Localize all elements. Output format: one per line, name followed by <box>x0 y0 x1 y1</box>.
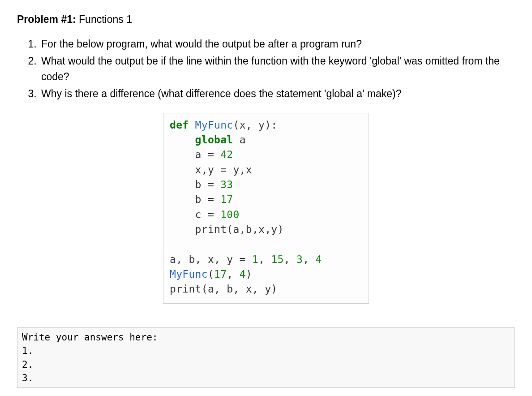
answers-box[interactable]: Write your answers here: 1. 2. 3. <box>17 327 515 388</box>
code-text: a, b, x, y = <box>170 254 252 265</box>
code-text: print(a,b,x,y) <box>195 224 284 235</box>
indent <box>170 194 195 205</box>
indent <box>170 209 195 220</box>
code-text: a = <box>195 149 221 160</box>
num-literal: 1 <box>252 254 258 265</box>
code-text: c = <box>195 209 221 220</box>
answer-line: 1. <box>22 345 33 356</box>
num-literal: 3 <box>296 254 303 265</box>
answer-line: 3. <box>22 373 33 383</box>
num-literal: 33 <box>220 179 233 190</box>
code-text: ) <box>246 268 252 280</box>
code-text: b = <box>195 194 221 205</box>
section-divider <box>0 320 532 320</box>
num-literal: 15 <box>271 254 283 265</box>
indent <box>170 134 195 146</box>
code-block: def MyFunc(x, y): global a a = 42 x,y = … <box>163 113 369 304</box>
problem-number: Problem #1: <box>17 13 76 25</box>
answers-heading: Write your answers here: <box>22 332 158 343</box>
code-text: print(a, b, x, y) <box>170 283 278 295</box>
num-literal: 100 <box>220 209 239 220</box>
function-name: MyFunc <box>189 119 233 131</box>
problem-title: Functions 1 <box>76 13 132 25</box>
question-item: For the below program, what would the ou… <box>39 36 515 52</box>
code-text: ( <box>208 268 214 280</box>
num-literal: 4 <box>315 254 322 265</box>
code-text: , <box>227 268 239 280</box>
indent <box>170 164 195 176</box>
question-item: What would the output be if the line wit… <box>39 53 515 85</box>
function-call: MyFunc <box>170 268 208 280</box>
problem-heading: Problem #1: Functions 1 <box>17 13 515 26</box>
num-literal: 42 <box>220 149 233 160</box>
code-text: x,y = y,x <box>195 164 252 176</box>
num-literal: 4 <box>240 268 246 280</box>
indent <box>170 149 195 160</box>
num-literal: 17 <box>220 194 233 205</box>
indent <box>170 224 195 235</box>
num-literal: 17 <box>214 268 227 280</box>
code-text: b = <box>195 179 221 190</box>
question-item: Why is there a difference (what differen… <box>39 86 515 102</box>
code-text: a <box>233 134 245 146</box>
answer-line: 2. <box>22 359 33 370</box>
code-text: (x, y): <box>233 119 277 131</box>
kw-def: def <box>170 119 189 131</box>
indent <box>170 179 195 190</box>
kw-global: global <box>195 134 233 146</box>
questions-list: For the below program, what would the ou… <box>25 36 515 102</box>
